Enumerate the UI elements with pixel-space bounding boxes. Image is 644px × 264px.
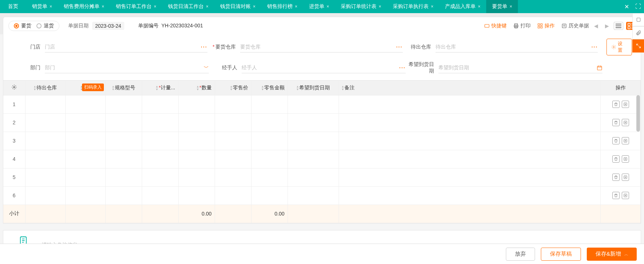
col-settings[interactable] xyxy=(3,81,25,95)
fullscreen-icon[interactable]: ⛶ xyxy=(632,0,644,13)
tab-item-5[interactable]: 销售排行榜× xyxy=(261,0,303,13)
more-icon[interactable]: ··· xyxy=(592,44,598,50)
col-out-warehouse[interactable]: ▴▾待出仓库 xyxy=(25,81,65,95)
add-row-icon[interactable] xyxy=(622,137,629,144)
tab-item-2[interactable]: 销售订单工作台× xyxy=(110,0,162,13)
close-icon[interactable]: × xyxy=(154,4,156,9)
col-unit[interactable]: ▴▾*计量... xyxy=(142,81,178,95)
delete-row-icon[interactable] xyxy=(612,155,620,163)
close-icon[interactable]: × xyxy=(295,4,297,9)
out-wh-label: 待出仓库 xyxy=(403,44,436,50)
delete-row-icon[interactable] xyxy=(612,119,620,126)
delete-row-icon[interactable] xyxy=(612,174,620,181)
add-row-icon[interactable] xyxy=(622,192,629,199)
svg-rect-8 xyxy=(540,26,542,28)
more-icon[interactable]: ··· xyxy=(201,44,207,50)
col-product[interactable]: ▴▾*商扫码录入 xyxy=(65,81,105,95)
table-row[interactable]: 1 xyxy=(3,95,641,113)
tab-item-9[interactable]: 产成品入库单× xyxy=(439,0,486,13)
date-value[interactable]: 2023-03-24 xyxy=(92,22,124,30)
save-and-new-button[interactable]: 保存&新增〈 xyxy=(587,248,637,261)
table-row[interactable]: 4 xyxy=(3,150,641,168)
subtotal-label: 小计 xyxy=(3,205,25,223)
close-icon[interactable]: × xyxy=(253,4,255,9)
close-icon[interactable]: × xyxy=(102,4,104,9)
close-all-tabs-icon[interactable]: ✕ xyxy=(621,0,632,13)
add-row-icon[interactable] xyxy=(622,119,629,126)
delete-row-icon[interactable] xyxy=(612,101,620,108)
req-wh-input[interactable]: 要货仓库··· xyxy=(240,42,403,53)
delete-row-icon[interactable] xyxy=(612,192,620,199)
more-icon[interactable]: ··· xyxy=(396,44,403,50)
svg-rect-11 xyxy=(628,27,630,29)
rail-widget-icon[interactable] xyxy=(632,13,644,26)
close-icon[interactable]: × xyxy=(431,4,433,9)
row-index: 4 xyxy=(3,150,25,168)
calendar-icon[interactable] xyxy=(597,65,602,71)
delete-row-icon[interactable] xyxy=(612,137,620,144)
tab-item-1[interactable]: 销售费用分摊单× xyxy=(58,0,110,13)
col-ops: 操作 xyxy=(601,81,641,95)
col-qty[interactable]: ▴▾*数量 xyxy=(178,81,215,95)
view-list-icon[interactable] xyxy=(614,22,623,30)
operate-button[interactable]: 操作 xyxy=(537,23,555,29)
add-row-icon[interactable] xyxy=(622,174,629,181)
next-doc-icon[interactable]: ▶ xyxy=(603,22,611,30)
table-row[interactable]: 5 xyxy=(3,168,641,186)
radio-request[interactable]: 要货 xyxy=(14,23,31,29)
close-icon[interactable]: × xyxy=(206,4,208,9)
table-row[interactable]: 2 xyxy=(3,113,641,132)
close-icon[interactable]: × xyxy=(379,4,381,9)
col-spec[interactable]: ▴▾规格型号 xyxy=(105,81,142,95)
svg-rect-9 xyxy=(562,24,566,28)
close-icon[interactable]: × xyxy=(327,4,329,9)
table-row[interactable]: 6 xyxy=(3,186,641,205)
tab-item-10[interactable]: 要货单× xyxy=(486,0,518,13)
line-items-table: ▴▾待出仓库 ▴▾*商扫码录入 ▴▾规格型号 ▴▾*计量... ▴▾*数量 ▴▾… xyxy=(3,80,641,224)
svg-rect-6 xyxy=(540,24,542,26)
svg-rect-7 xyxy=(538,26,540,28)
close-icon[interactable]: × xyxy=(50,4,52,9)
print-button[interactable]: 打印 xyxy=(513,23,531,29)
col-note[interactable]: ▴▾备注 xyxy=(339,81,601,95)
more-icon[interactable]: ··· xyxy=(399,65,406,71)
footer-bar: 放弃 保存草稿 保存&新增〈 xyxy=(0,244,644,264)
eta-input[interactable]: 希望到货日期 xyxy=(438,62,602,73)
add-row-icon[interactable] xyxy=(622,101,629,108)
save-draft-button[interactable]: 保存草稿 xyxy=(541,248,581,261)
shortcut-button[interactable]: 快捷键 xyxy=(484,23,507,29)
rail-expand-icon[interactable] xyxy=(632,39,644,53)
close-icon[interactable]: × xyxy=(510,4,512,9)
handler-label: 经手人 xyxy=(209,65,242,71)
tab-item-4[interactable]: 钱货日清对账× xyxy=(214,0,261,13)
handler-input[interactable]: 经手人··· xyxy=(242,62,406,73)
col-price[interactable]: ▴▾零售价 xyxy=(215,81,251,95)
tab-item-8[interactable]: 采购订单执行表× xyxy=(387,0,439,13)
tab-home[interactable]: 首页 xyxy=(0,0,26,13)
add-row-icon[interactable] xyxy=(622,155,629,163)
svg-point-12 xyxy=(613,46,614,47)
scan-badge[interactable]: 扫码录入 xyxy=(82,84,104,91)
out-wh-input[interactable]: 待出仓库··· xyxy=(436,42,598,53)
table-row[interactable]: 3 xyxy=(3,132,641,150)
tab-item-6[interactable]: 进货单× xyxy=(303,0,335,13)
store-input[interactable]: 门店··· xyxy=(45,42,207,53)
discard-button[interactable]: 放弃 xyxy=(506,248,535,261)
svg-rect-13 xyxy=(597,66,602,70)
tab-item-0[interactable]: 销货单× xyxy=(26,0,58,13)
radio-return[interactable]: 退货 xyxy=(36,23,54,29)
col-amount[interactable]: ▴▾零售金额 xyxy=(251,81,288,95)
rail-attachment-icon[interactable] xyxy=(632,26,644,39)
col-eta[interactable]: ▴▾希望到货日期 xyxy=(288,81,339,95)
header-form: 门店 门店··· *要货仓库 要货仓库··· 待出仓库 待出仓库··· 设置 部… xyxy=(3,34,641,80)
close-icon[interactable]: × xyxy=(478,4,480,9)
prev-doc-icon[interactable]: ◀ xyxy=(592,22,600,30)
dept-input[interactable]: 部门﹀ xyxy=(45,62,209,73)
vertical-scrollbar[interactable] xyxy=(636,95,640,190)
store-label: 门店 xyxy=(12,44,45,50)
tab-item-7[interactable]: 采购订单统计表× xyxy=(335,0,387,13)
history-button[interactable]: 历史单据 xyxy=(561,23,589,29)
settings-button[interactable]: 设置 xyxy=(606,39,632,55)
chevron-up-icon: 〈 xyxy=(623,252,629,256)
tab-item-3[interactable]: 钱货日清工作台× xyxy=(162,0,214,13)
